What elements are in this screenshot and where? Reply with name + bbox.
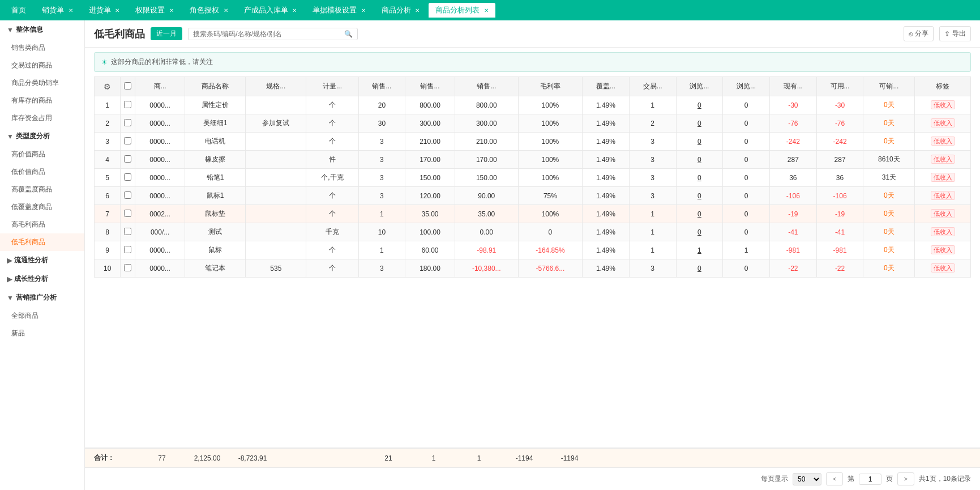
row-view1-2[interactable]: 0	[676, 114, 723, 133]
nav-item-permissions[interactable]: 权限设置 ✕	[129, 3, 181, 18]
view1-link-5[interactable]: 0	[697, 174, 701, 182]
row-unit-9: 个	[306, 241, 358, 259]
page-size-select[interactable]: 50 20 100	[793, 473, 821, 485]
view1-link-10[interactable]: 0	[697, 265, 701, 272]
row-view1-5[interactable]: 0	[676, 169, 723, 187]
select-all-checkbox[interactable]	[124, 82, 131, 90]
col-settings[interactable]: ⚙	[95, 77, 121, 96]
col-tag[interactable]: 标签	[915, 77, 971, 96]
sidebar-item-traded-products[interactable]: 交易过的商品	[0, 57, 84, 74]
close-purchase-icon[interactable]: ✕	[115, 7, 119, 14]
sidebar-item-high-value[interactable]: 高价值商品	[0, 146, 84, 163]
next-page-btn[interactable]: ＞	[897, 472, 914, 485]
col-sales-qty[interactable]: 销售...	[358, 77, 405, 96]
close-roles-icon[interactable]: ✕	[224, 7, 228, 14]
col-code[interactable]: 商...	[135, 77, 185, 96]
col-name[interactable]: 商品名称	[185, 77, 245, 96]
row-checkbox-9[interactable]	[121, 241, 135, 259]
col-view1[interactable]: 浏览...	[676, 77, 723, 96]
sidebar-item-all-products[interactable]: 全部商品	[0, 307, 84, 325]
sidebar-item-low-value[interactable]: 低价值商品	[0, 163, 84, 181]
view1-link-3[interactable]: 0	[697, 138, 701, 146]
page-number-input[interactable]	[859, 474, 881, 485]
close-sales-icon[interactable]: ✕	[69, 7, 73, 14]
sidebar-item-new-products[interactable]: 新品	[0, 325, 84, 342]
nav-item-roles[interactable]: 角色授权 ✕	[183, 3, 235, 18]
sidebar-item-sales-products[interactable]: 销售类商品	[0, 39, 84, 57]
col-sales-price[interactable]: 销售...	[405, 77, 455, 96]
sidebar-section-overall[interactable]: ▼ 整体信息	[0, 20, 84, 39]
view1-link-9[interactable]: 1	[697, 246, 701, 254]
table-container[interactable]: ⚙ 商... 商品名称 规格... 计量... 销售... 销售... 销售..…	[85, 76, 980, 448]
col-salable-stock[interactable]: 可销...	[863, 77, 915, 96]
row-checkbox-7[interactable]	[121, 205, 135, 223]
sidebar-section-type-analysis[interactable]: ▼ 类型度分析	[0, 127, 84, 146]
export-button[interactable]: ⇪ 导出	[939, 26, 971, 41]
row-salable-stock-5: 31天	[863, 169, 915, 187]
row-view1-3[interactable]: 0	[676, 133, 723, 151]
view1-link-2[interactable]: 0	[697, 120, 701, 127]
sidebar-item-low-margin[interactable]: 低毛利商品	[0, 233, 84, 251]
col-current-stock[interactable]: 现有...	[769, 77, 816, 96]
row-view1-7[interactable]: 0	[676, 205, 723, 223]
row-checkbox-1[interactable]	[121, 96, 135, 114]
close-permissions-icon[interactable]: ✕	[169, 7, 174, 14]
close-templates-icon[interactable]: ✕	[361, 7, 366, 14]
col-gross-margin[interactable]: 毛利率	[518, 77, 582, 96]
nav-item-home[interactable]: 首页	[5, 3, 33, 18]
sidebar-section-flow[interactable]: ▶ 流通性分析	[0, 251, 84, 270]
row-tag-10: 低收入	[915, 259, 971, 278]
filter-btn[interactable]: 近一月	[151, 27, 182, 40]
col-sales-amount[interactable]: 销售...	[455, 77, 518, 96]
view1-link-6[interactable]: 0	[697, 192, 701, 200]
row-sales-qty-7: 1	[358, 205, 405, 223]
row-checkbox-2[interactable]	[121, 114, 135, 133]
sidebar-item-high-margin[interactable]: 高毛利商品	[0, 216, 84, 233]
close-analysis-list-icon[interactable]: ✕	[484, 7, 489, 14]
search-input[interactable]	[193, 30, 344, 38]
row-view1-10[interactable]: 0	[676, 259, 723, 278]
sidebar-item-high-coverage[interactable]: 高覆盖度商品	[0, 181, 84, 198]
row-view1-9[interactable]: 1	[676, 241, 723, 259]
col-spec[interactable]: 规格...	[246, 77, 306, 96]
sidebar-section-growth[interactable]: ▶ 成长性分析	[0, 270, 84, 288]
row-checkbox-4[interactable]	[121, 151, 135, 169]
view1-link-1[interactable]: 0	[697, 101, 701, 109]
nav-item-purchase[interactable]: 进货单 ✕	[82, 3, 127, 18]
col-view2[interactable]: 浏览...	[723, 77, 770, 96]
nav-item-analysis[interactable]: 商品分析 ✕	[375, 3, 427, 18]
row-checkbox-10[interactable]	[121, 259, 135, 278]
settings-icon[interactable]: ⚙	[104, 82, 111, 91]
row-no-2: 2	[95, 114, 121, 133]
view1-link-7[interactable]: 0	[697, 210, 701, 218]
row-view1-4[interactable]: 0	[676, 151, 723, 169]
sidebar-item-low-coverage[interactable]: 低覆盖度商品	[0, 198, 84, 216]
row-view1-6[interactable]: 0	[676, 187, 723, 205]
col-coverage[interactable]: 覆盖...	[583, 77, 630, 96]
row-checkbox-8[interactable]	[121, 223, 135, 241]
col-checkbox[interactable]	[121, 77, 135, 96]
share-button[interactable]: ⎋ 分享	[904, 26, 934, 41]
row-checkbox-6[interactable]	[121, 187, 135, 205]
row-checkbox-3[interactable]	[121, 133, 135, 151]
nav-item-templates[interactable]: 单据模板设置 ✕	[306, 3, 373, 18]
col-available-stock[interactable]: 可用...	[816, 77, 863, 96]
view1-link-8[interactable]: 0	[697, 228, 701, 236]
sidebar-section-marketing[interactable]: ▼ 营销推广分析	[0, 288, 84, 307]
sidebar-item-stock-capital[interactable]: 库存资金占用	[0, 109, 84, 127]
close-analysis-icon[interactable]: ✕	[415, 7, 420, 14]
close-products-icon[interactable]: ✕	[292, 7, 297, 14]
nav-item-sales[interactable]: 销货单 ✕	[35, 3, 80, 18]
nav-item-products[interactable]: 产成品入库单 ✕	[237, 3, 304, 18]
sidebar-item-stock-products[interactable]: 有库存的商品	[0, 92, 84, 109]
nav-item-analysis-list[interactable]: 商品分析列表 ✕	[429, 3, 495, 18]
col-unit[interactable]: 计量...	[306, 77, 358, 96]
row-checkbox-5[interactable]	[121, 169, 135, 187]
row-view1-8[interactable]: 0	[676, 223, 723, 241]
sidebar-item-category-rate[interactable]: 商品分类助销率	[0, 74, 84, 92]
view1-link-4[interactable]: 0	[697, 156, 701, 164]
search-icon[interactable]: 🔍	[344, 30, 353, 38]
row-view1-1[interactable]: 0	[676, 96, 723, 114]
col-trade-count[interactable]: 交易...	[629, 77, 676, 96]
prev-page-btn[interactable]: ＜	[826, 472, 843, 485]
